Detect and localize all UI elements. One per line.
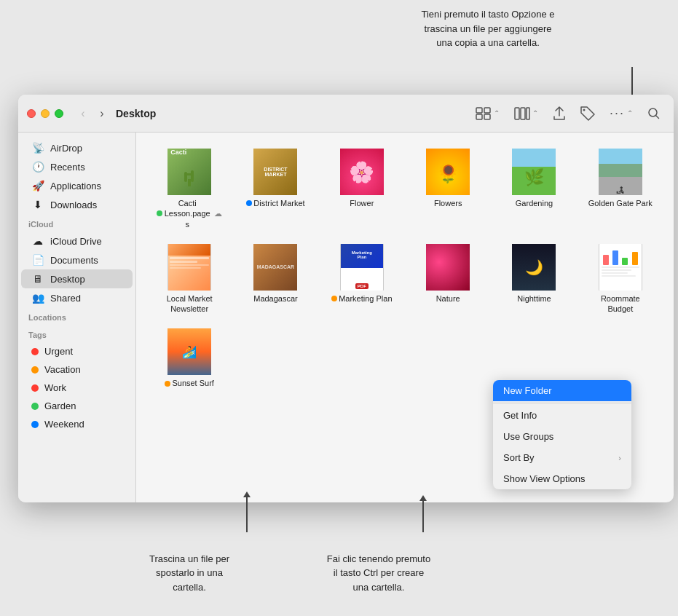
file-local-market-name: Local MarketNewsletter	[167, 293, 213, 315]
traffic-lights	[27, 109, 63, 118]
content-area: 📡 AirDrop 🕐 Recents 🚀 Applications ⬇ Dow…	[18, 133, 674, 502]
file-cacti-name: CactiLesson.pages ☁	[157, 198, 222, 229]
sidebar-item-urgent[interactable]: Urgent	[21, 342, 133, 360]
airdrop-icon: 📡	[31, 142, 44, 154]
applications-icon: 🚀	[31, 180, 44, 191]
close-button[interactable]	[27, 109, 36, 118]
more-button[interactable]: ··· ⌃	[605, 103, 637, 124]
ctx-show-view-options[interactable]: Show View Options	[493, 468, 631, 489]
svg-rect-4	[515, 108, 519, 119]
view-chevron: ⌃	[494, 109, 500, 117]
sidebar-item-recents[interactable]: 🕐 Recents	[21, 157, 133, 176]
window-title: Desktop	[116, 108, 156, 119]
svg-rect-6	[527, 108, 529, 119]
svg-rect-9	[188, 179, 191, 186]
sidebar-item-documents[interactable]: 📄 Documents	[21, 250, 133, 269]
file-sunset[interactable]: 🏄 Sunset Surf	[148, 324, 231, 392]
svg-rect-5	[521, 108, 525, 119]
fullscreen-button[interactable]	[55, 109, 63, 118]
sidebar-item-vacation[interactable]: Vacation	[21, 360, 133, 379]
arrow-bottom-right-head	[419, 495, 427, 501]
ctx-new-folder[interactable]: New Folder	[493, 380, 631, 401]
svg-rect-0	[476, 108, 482, 113]
svg-point-7	[583, 108, 585, 111]
ctx-sort-by[interactable]: Sort By ›	[493, 447, 631, 468]
file-flower-name: Flower	[350, 198, 374, 208]
svg-rect-3	[484, 114, 490, 119]
sidebar-item-icloud-drive[interactable]: ☁ iCloud Drive	[21, 232, 133, 250]
files-grid: Cacti	[148, 144, 662, 393]
sidebar-item-desktop[interactable]: 🖥 Desktop	[21, 269, 133, 288]
vacation-dot	[31, 366, 39, 374]
sidebar-item-airdrop[interactable]: 📡 AirDrop	[21, 138, 133, 157]
weekend-dot	[31, 421, 39, 428]
files-area: Cacti	[136, 133, 674, 502]
file-roommate[interactable]: RoommateBudget	[579, 240, 662, 319]
svg-rect-2	[476, 114, 482, 119]
urgent-dot	[31, 348, 39, 355]
arrow-bottom-left-head	[243, 491, 251, 497]
documents-icon: 📄	[31, 254, 44, 266]
back-button[interactable]: ‹	[75, 106, 91, 122]
view-list-button[interactable]: ⌃	[510, 104, 543, 123]
shared-icon: 👥	[31, 292, 44, 304]
sort-by-chevron: ›	[618, 454, 621, 462]
file-sunset-name: Sunset Surf	[165, 378, 213, 388]
recents-icon: 🕐	[31, 161, 44, 173]
ctx-separator-1	[493, 403, 631, 403]
file-flowers-name: Flowers	[434, 198, 462, 208]
file-madagascar[interactable]: MADAGASCAR Madagascar	[234, 240, 317, 319]
work-dot	[31, 384, 39, 392]
minimize-button[interactable]	[41, 109, 50, 118]
sidebar-item-shared[interactable]: 👥 Shared	[21, 288, 133, 307]
sidebar-item-downloads[interactable]: ⬇ Downloads	[21, 195, 133, 214]
locations-section-label: Locations	[18, 307, 135, 325]
file-district[interactable]: DISTRICTMARKET District Market	[234, 144, 317, 234]
tags-section-label: Tags	[18, 325, 135, 342]
ctx-use-groups[interactable]: Use Groups	[493, 426, 631, 447]
desktop-icon: 🖥	[31, 273, 44, 285]
search-button[interactable]	[643, 104, 665, 123]
ctx-get-info[interactable]: Get Info	[493, 405, 631, 426]
arrow-bottom-left-line	[246, 496, 248, 532]
forward-button[interactable]: ›	[94, 106, 110, 122]
file-gardening[interactable]: 🌿 Gardening	[492, 144, 575, 234]
svg-rect-11	[187, 173, 191, 175]
file-flowers[interactable]: 🌻 Flowers	[406, 144, 489, 234]
file-nature-name: Nature	[436, 293, 460, 304]
sidebar-item-applications[interactable]: 🚀 Applications	[21, 176, 133, 195]
sidebar-item-work[interactable]: Work	[21, 379, 133, 397]
downloads-icon: ⬇	[31, 199, 44, 210]
titlebar: ‹ › Desktop ⌃	[18, 95, 674, 133]
file-marketing[interactable]: MarketingPlan PDF Marketing Plan	[320, 240, 403, 319]
annotation-bottom-right: Fai clic tenendo premuto il tasto Ctrl p…	[291, 552, 466, 595]
file-nature[interactable]: Nature	[406, 240, 489, 319]
sidebar: 📡 AirDrop 🕐 Recents 🚀 Applications ⬇ Dow…	[18, 133, 136, 502]
icloud-drive-icon: ☁	[31, 235, 44, 247]
svg-rect-10	[184, 172, 187, 182]
file-roommate-name: RoommateBudget	[601, 293, 640, 315]
sidebar-item-weekend[interactable]: Weekend	[21, 415, 133, 433]
file-golden-gate[interactable]: 🏞 Golden Gate Park	[579, 144, 662, 234]
file-gardening-name: Gardening	[516, 198, 553, 208]
svg-rect-13	[191, 175, 194, 177]
annotation-top: Tieni premuto il tasto Opzione e trascin…	[350, 7, 626, 50]
svg-rect-1	[484, 108, 490, 113]
list-chevron: ⌃	[532, 109, 538, 117]
file-cacti[interactable]: Cacti	[148, 144, 231, 234]
share-button[interactable]	[548, 103, 570, 124]
file-local-market[interactable]: Local MarketNewsletter	[148, 240, 231, 319]
context-menu: New Folder Get Info Use Groups Sort By ›…	[493, 380, 631, 489]
view-grid-button[interactable]: ⌃	[471, 104, 504, 123]
file-flower[interactable]: 🌸 Flower	[320, 144, 403, 234]
tag-button[interactable]	[576, 103, 599, 124]
file-nighttime[interactable]: 🌙 Nighttime	[492, 240, 575, 319]
icloud-section-label: iCloud	[18, 214, 135, 232]
garden-dot	[31, 403, 39, 410]
file-marketing-name: Marketing Plan	[331, 293, 392, 304]
file-madagascar-name: Madagascar	[253, 293, 298, 304]
toolbar-icons: ⌃ ⌃	[471, 103, 665, 124]
finder-window: ‹ › Desktop ⌃	[18, 95, 674, 502]
sidebar-item-garden[interactable]: Garden	[21, 397, 133, 415]
file-district-name: District Market	[246, 198, 304, 208]
